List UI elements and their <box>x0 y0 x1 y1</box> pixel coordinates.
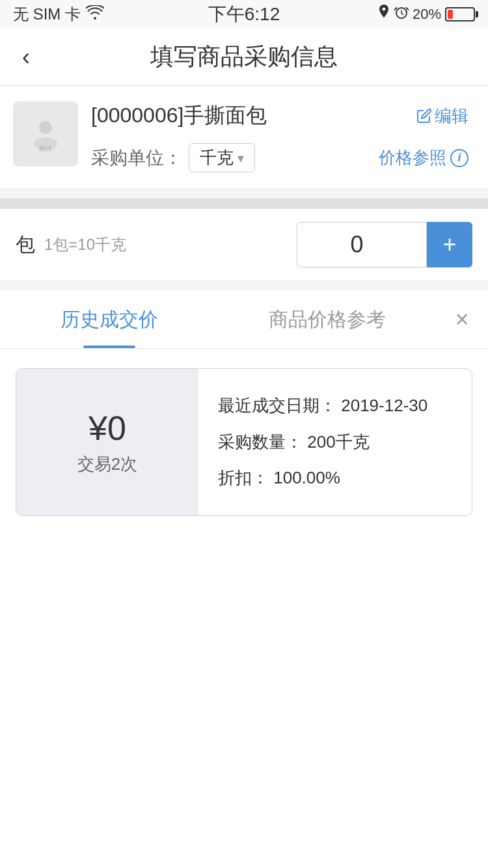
quantity-input-group: + <box>297 222 472 267</box>
battery-icon <box>445 7 475 21</box>
empty-space <box>0 536 488 868</box>
tab-close-button[interactable]: × <box>436 291 488 348</box>
battery-percentage: 20% <box>413 6 441 23</box>
unit-conversion-text: 1包=10千克 <box>44 234 126 255</box>
edit-label: 编辑 <box>435 105 468 128</box>
close-icon: × <box>455 306 468 333</box>
svg-point-1 <box>39 121 52 134</box>
carrier-text: 无 SIM 卡 <box>13 4 81 25</box>
quantity-input[interactable] <box>297 222 427 267</box>
product-image: 鲜汁 <box>13 102 78 167</box>
price-ref-label: 价格参照 <box>379 146 446 169</box>
discount-label: 折扣： <box>218 468 269 487</box>
tab-content: ¥0 交易2次 最近成交日期： 2019-12-30 采购数量： 200千克 折… <box>0 349 488 536</box>
recent-date-label: 最近成交日期： <box>218 396 336 415</box>
status-right: 20% <box>377 5 475 24</box>
purchase-qty-label: 采购数量： <box>218 432 303 452</box>
card-left: ¥0 交易2次 <box>16 369 198 515</box>
transaction-card: ¥0 交易2次 最近成交日期： 2019-12-30 采购数量： 200千克 折… <box>16 368 472 516</box>
card-price: ¥0 <box>88 409 126 448</box>
product-info: [0000006]手撕面包 编辑 采购单位： 千克 ▾ 价格参照 i <box>91 102 468 172</box>
back-button[interactable]: ‹ <box>0 29 52 86</box>
status-left: 无 SIM 卡 <box>13 4 104 25</box>
svg-text:鲜汁: 鲜汁 <box>39 145 52 152</box>
quantity-label-group: 包 1包=10千克 <box>16 232 126 258</box>
purchase-unit-left: 采购单位： 千克 ▾ <box>91 143 255 172</box>
tab-price-ref-label: 商品价格参考 <box>269 306 386 333</box>
quantity-section: 包 1包=10千克 + <box>0 209 488 280</box>
nav-bar: ‹ 填写商品采购信息 <box>0 29 488 86</box>
product-section: 鲜汁 [0000006]手撕面包 编辑 采购单位： 千克 ▾ <box>0 86 488 188</box>
status-time: 下午6:12 <box>208 2 280 27</box>
tab-section: 历史成交价 商品价格参考 × ¥0 交易2次 最近成交日期： 2019-12-3… <box>0 291 488 536</box>
card-trade-count: 交易2次 <box>77 453 137 476</box>
location-icon <box>377 5 390 24</box>
card-right: 最近成交日期： 2019-12-30 采购数量： 200千克 折扣： 100.0… <box>198 369 472 515</box>
purchase-qty-value: 200千克 <box>307 432 369 452</box>
battery-fill <box>448 10 453 19</box>
recent-date-value: 2019-12-30 <box>341 396 427 415</box>
stripe-divider <box>0 198 488 209</box>
card-recent-date-row: 最近成交日期： 2019-12-30 <box>218 392 452 420</box>
card-purchase-qty-row: 采购数量： 200千克 <box>218 429 452 456</box>
alarm-icon <box>394 5 409 23</box>
price-ref-button[interactable]: 价格参照 i <box>379 146 468 169</box>
status-bar: 无 SIM 卡 下午6:12 20% <box>0 0 488 29</box>
unit-value: 千克 <box>200 146 234 169</box>
plus-icon: + <box>442 231 456 258</box>
tab-history-price[interactable]: 历史成交价 <box>0 291 218 348</box>
purchase-unit-label: 采购单位： <box>91 146 182 170</box>
chevron-down-icon: ▾ <box>237 150 244 166</box>
info-icon: i <box>450 149 468 167</box>
product-header: [0000006]手撕面包 编辑 <box>91 102 468 130</box>
card-discount-row: 折扣： 100.00% <box>218 465 452 492</box>
tab-bar: 历史成交价 商品价格参考 × <box>0 291 488 349</box>
product-name: [0000006]手撕面包 <box>91 102 267 130</box>
unit-icon-label: 包 <box>16 232 35 258</box>
unit-selector[interactable]: 千克 ▾ <box>189 143 255 172</box>
tab-product-price-ref[interactable]: 商品价格参考 <box>218 291 436 348</box>
back-arrow-icon: ‹ <box>22 44 30 71</box>
page-title: 填写商品采购信息 <box>150 41 338 73</box>
tab-history-label: 历史成交价 <box>61 306 158 333</box>
discount-value: 100.00% <box>273 468 340 487</box>
purchase-unit-row: 采购单位： 千克 ▾ 价格参照 i <box>91 143 468 172</box>
wifi-icon <box>86 5 104 23</box>
plus-button[interactable]: + <box>427 222 472 267</box>
edit-button[interactable]: 编辑 <box>416 105 468 128</box>
